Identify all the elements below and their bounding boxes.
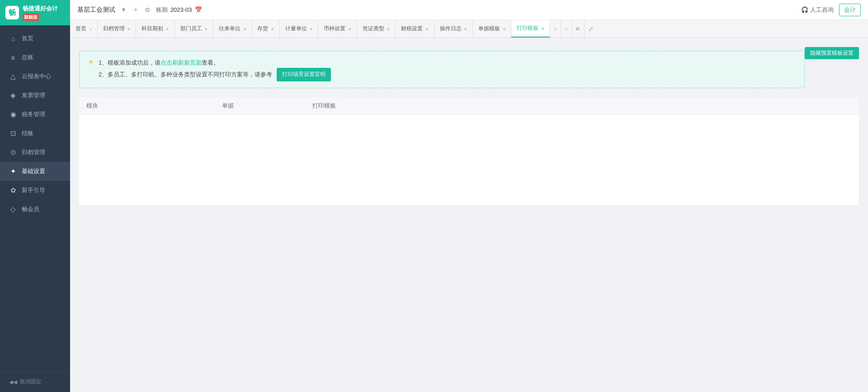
tab-home[interactable]: 首页 ‹ bbox=[70, 20, 98, 38]
tab-dept[interactable]: 部门员工 × bbox=[175, 20, 213, 38]
bulb-icon: ☀ bbox=[88, 58, 94, 66]
tab-label: 凭证类型 bbox=[363, 25, 384, 33]
sidebar-item-label: 归档管理 bbox=[22, 148, 45, 156]
tab-single-template[interactable]: 单据模板 × bbox=[473, 20, 511, 38]
sidebar-item-member[interactable]: ◇ 畅会员 bbox=[0, 200, 70, 219]
notice-line1-prefix: 1、模板添加成功后，请 bbox=[99, 59, 160, 66]
page-content: 隐藏预置模板设置 ☀ 1、模板添加成功后，请点击刷新新页面查看。 2、多员工、多… bbox=[70, 38, 868, 392]
sidebar-item-guide[interactable]: ✿ 新手引导 bbox=[0, 181, 70, 200]
tab-currency[interactable]: 币种设置 × bbox=[318, 20, 357, 38]
tab-label: 操作日志 bbox=[440, 25, 462, 33]
calendar-icon[interactable]: 📅 bbox=[195, 6, 202, 13]
sidebar-item-checkout[interactable]: ⊡ 结账 bbox=[0, 124, 70, 143]
main-area: 基层工会测试 ▼ ＋ ⚙ 账期 2023-03 📅 🎧 人工咨询 会计 首页 ‹… bbox=[70, 0, 868, 392]
tab-close-icon[interactable]: × bbox=[243, 26, 246, 32]
tab-close-icon[interactable]: × bbox=[387, 26, 390, 32]
sidebar-item-label: 基础设置 bbox=[22, 167, 45, 175]
logo-icon: 畅 bbox=[5, 6, 19, 19]
notice-line2: 2、多员工、多打印机、多种业务类型设置不同打印方案等，请参考 打印场景设置宣明 bbox=[99, 68, 331, 81]
sidebar-nav: ⌂ 首页 ≡ 总账 △ 云报表中心 ◈ 发票管理 ◉ 税务管理 ⊡ 结账 ⊙ 归… bbox=[0, 25, 70, 371]
kuaiji-button[interactable]: 会计 bbox=[839, 4, 861, 16]
checkout-icon: ⊡ bbox=[9, 129, 17, 137]
tab-prev-btn[interactable]: ‹ bbox=[550, 20, 561, 38]
hide-preset-label: 隐藏预置模板设置 bbox=[810, 49, 854, 57]
sidebar-item-label: 新手引导 bbox=[22, 186, 45, 194]
sidebar-item-label: 首页 bbox=[22, 34, 33, 43]
table-header: 模块 单据 打印模板 bbox=[79, 97, 859, 115]
logo-title: 畅捷通好会计 bbox=[23, 5, 58, 13]
notice-text: 1、模板添加成功后，请点击刷新新页面查看。 2、多员工、多打印机、多种业务类型设… bbox=[99, 57, 331, 81]
tab-expand-btn[interactable]: ⤢ bbox=[585, 20, 597, 38]
unpin-footer[interactable]: ◀◀ 取消固定 bbox=[0, 371, 70, 392]
tab-inventory[interactable]: 存货 × bbox=[252, 20, 279, 38]
tab-label: 打印模板 bbox=[517, 24, 538, 32]
tab-close-icon[interactable]: × bbox=[310, 26, 312, 32]
tab-nav-arrow[interactable]: ‹ bbox=[90, 26, 92, 32]
add-tab-icon[interactable]: ＋ bbox=[132, 5, 139, 14]
ledger-icon: ≡ bbox=[9, 54, 17, 61]
sidebar-item-label: 税务管理 bbox=[22, 110, 45, 118]
tab-close-icon[interactable]: × bbox=[348, 26, 351, 32]
sidebar-item-settings[interactable]: ✦ 基础设置 bbox=[0, 162, 70, 181]
unpin-icon: ◀◀ bbox=[9, 379, 17, 385]
tax-icon: ◉ bbox=[9, 110, 17, 118]
notice-link[interactable]: 点击刷新新页面 bbox=[160, 59, 202, 66]
reports-icon: △ bbox=[9, 72, 17, 80]
tab-unit[interactable]: 计量单位 × bbox=[280, 20, 318, 38]
period-display: 账期 2023-03 📅 bbox=[156, 6, 202, 14]
table-body bbox=[79, 115, 859, 205]
company-dropdown-icon[interactable]: ▼ bbox=[121, 6, 127, 13]
tab-label: 单据模板 bbox=[478, 25, 500, 33]
period-label: 账期 bbox=[156, 6, 168, 14]
notice-line2-prefix: 2、多员工、多打印机、多种业务类型设置不同打印方案等，请参考 bbox=[99, 69, 272, 80]
tab-voucher[interactable]: 凭证类型 × bbox=[357, 20, 396, 38]
tab-label: 币种设置 bbox=[324, 25, 345, 33]
tab-label: 财税设置 bbox=[401, 25, 423, 33]
tab-close-icon[interactable]: × bbox=[503, 26, 505, 32]
tab-oplog[interactable]: 操作日志 × bbox=[434, 20, 473, 38]
tab-close-all-btn[interactable]: ✕ bbox=[572, 20, 585, 38]
unpin-label: 取消固定 bbox=[20, 378, 42, 386]
hide-preset-btn[interactable]: 隐藏预置模板设置 bbox=[805, 47, 859, 59]
logo-badge: 旗舰版 bbox=[23, 14, 39, 21]
support-label: 人工咨询 bbox=[810, 6, 834, 14]
tab-label: 存货 bbox=[257, 25, 268, 33]
tab-label: 归档管理 bbox=[103, 25, 125, 33]
tab-label: 首页 bbox=[75, 25, 86, 33]
print-template-table: 模块 单据 打印模板 bbox=[79, 97, 859, 205]
support-button[interactable]: 🎧 人工咨询 bbox=[801, 6, 834, 14]
sidebar-item-invoice[interactable]: ◈ 发票管理 bbox=[0, 86, 70, 105]
notice-line1-suffix: 查看。 bbox=[202, 59, 219, 66]
tab-close-icon[interactable]: × bbox=[464, 26, 467, 32]
tab-close-icon[interactable]: × bbox=[271, 26, 274, 32]
sidebar-item-archive[interactable]: ⊙ 归档管理 bbox=[0, 143, 70, 162]
home-icon: ⌂ bbox=[9, 35, 17, 43]
tab-close-icon[interactable]: × bbox=[127, 26, 130, 32]
sidebar-item-label: 总账 bbox=[22, 53, 33, 61]
tab-label: 往来单位 bbox=[219, 25, 241, 33]
tab-close-icon[interactable]: × bbox=[425, 26, 428, 32]
print-scene-btn[interactable]: 打印场景设置宣明 bbox=[277, 68, 331, 81]
period-value: 2023-03 bbox=[170, 6, 192, 13]
sidebar-item-home[interactable]: ⌂ 首页 bbox=[0, 29, 70, 48]
tab-subjects[interactable]: 科目期初 × bbox=[136, 20, 175, 38]
archive-icon: ⊙ bbox=[9, 148, 17, 156]
sidebar-item-reports[interactable]: △ 云报表中心 bbox=[0, 67, 70, 86]
tab-close-icon[interactable]: × bbox=[166, 26, 169, 32]
sidebar-logo: 畅 畅捷通好会计 旗舰版 bbox=[0, 0, 70, 25]
tab-close-icon[interactable]: × bbox=[541, 26, 544, 31]
sidebar-item-tax[interactable]: ◉ 税务管理 bbox=[0, 105, 70, 124]
notice-box: ☀ 1、模板添加成功后，请点击刷新新页面查看。 2、多员工、多打印机、多种业务类… bbox=[79, 51, 805, 88]
tab-print-template[interactable]: 打印模板 × bbox=[511, 20, 550, 38]
kuaiji-label: 会计 bbox=[844, 6, 856, 13]
tab-tax-settings[interactable]: 财税设置 × bbox=[396, 20, 434, 38]
invoice-icon: ◈ bbox=[9, 91, 17, 99]
tab-close-icon[interactable]: × bbox=[205, 26, 208, 32]
tab-archive[interactable]: 归档管理 × bbox=[98, 20, 136, 38]
tab-next-btn[interactable]: › bbox=[561, 20, 572, 38]
sidebar-item-ledger[interactable]: ≡ 总账 bbox=[0, 48, 70, 67]
tab-vendor[interactable]: 往来单位 × bbox=[213, 20, 252, 38]
topbar: 基层工会测试 ▼ ＋ ⚙ 账期 2023-03 📅 🎧 人工咨询 会计 bbox=[70, 0, 868, 20]
settings-gear-icon[interactable]: ⚙ bbox=[145, 6, 151, 14]
tab-label: 科目期初 bbox=[142, 25, 163, 33]
